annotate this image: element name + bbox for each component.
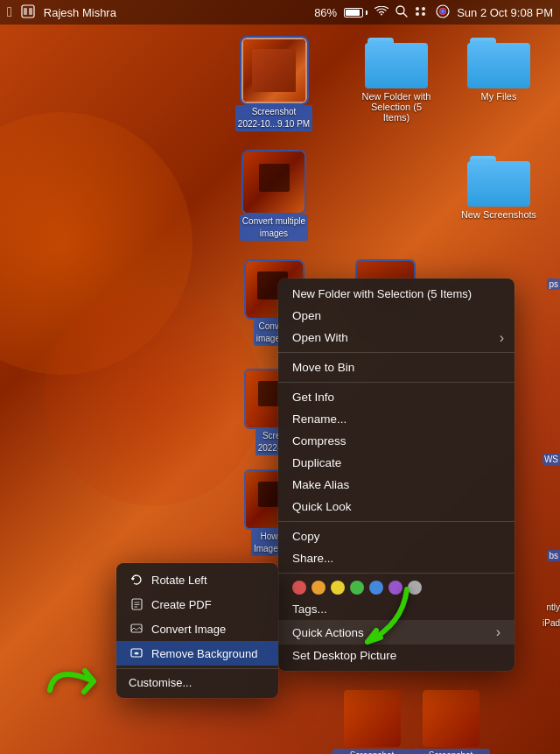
new-screenshots-icon[interactable]: New Screenshots <box>459 156 538 220</box>
create-pdf-icon <box>129 596 144 612</box>
partially-visible-ipad: iPad <box>542 618 560 628</box>
my-files-label: My Files <box>481 91 517 102</box>
green-arrow-left <box>46 638 124 711</box>
username-label: Rajesh Mishra <box>44 6 116 19</box>
search-icon[interactable] <box>396 5 408 20</box>
screenshot-main-label: Screenshot2022-10...9.10 PM <box>235 105 312 131</box>
create-pdf-label: Create PDF <box>151 598 212 611</box>
convert-multiple-label: Convert multipleimages <box>240 215 308 241</box>
menubar:  Rajesh Mishra 86% Sun 2 Oct 9:08 PM <box>0 0 560 25</box>
tag-red[interactable] <box>292 581 306 595</box>
screenshot-bottom2-label: Screenshot2022-10...2.12 PM <box>411 749 490 754</box>
cm-quick-look[interactable]: Quick Look <box>278 496 514 518</box>
svg-rect-2 <box>29 8 32 15</box>
svg-point-6 <box>422 7 425 11</box>
cm-sep3 <box>278 521 514 522</box>
sm-remove-background[interactable]: Remove Background <box>116 641 278 666</box>
cm-compress[interactable]: Compress <box>278 430 514 452</box>
cm-open-with[interactable]: Open With <box>278 327 514 349</box>
svg-rect-1 <box>24 8 27 15</box>
quick-actions-submenu: Rotate Left Create PDF Convert Image Rem… <box>116 563 278 698</box>
sm-sep <box>116 668 278 669</box>
screenshot-bottom1-icon[interactable]: Screenshot2022-10...8.12 PM <box>332 690 411 754</box>
cm-rename[interactable]: Rename... <box>278 408 514 430</box>
remove-background-icon <box>129 645 144 661</box>
sm-customise[interactable]: Customise... <box>116 672 278 694</box>
convert-multiple-icon[interactable]: Convert multipleimages <box>234 152 313 241</box>
featured-images-label: New Folder with Selection (5 Items) <box>357 91 436 123</box>
rotate-left-icon <box>129 572 144 588</box>
svg-point-7 <box>416 12 419 16</box>
rotate-left-label: Rotate Left <box>151 574 207 587</box>
battery-indicator <box>344 8 368 18</box>
cm-open[interactable]: Open <box>278 305 514 327</box>
desktop: Screenshot2022-10...9.10 PM New Folder w… <box>0 25 560 754</box>
cm-sep4 <box>278 573 514 574</box>
right-partial-ps: ps <box>547 278 560 290</box>
control-center-icon[interactable] <box>415 5 429 19</box>
green-arrow-right <box>332 576 420 667</box>
featured-images-icon[interactable]: New Folder with Selection (5 Items) <box>357 38 436 123</box>
svg-point-10 <box>439 8 446 15</box>
convert-image-icon <box>129 621 144 637</box>
cm-duplicate[interactable]: Duplicate <box>278 452 514 474</box>
screenshot-bottom2-icon[interactable]: Screenshot2022-10...2.12 PM <box>411 690 490 754</box>
menubar-right: 86% Sun 2 Oct 9:08 PM <box>314 4 553 21</box>
my-files-icon[interactable]: My Files <box>459 38 538 102</box>
datetime-label: Sun 2 Oct 9:08 PM <box>457 6 553 19</box>
cm-sep2 <box>278 382 514 383</box>
cm-copy[interactable]: Copy <box>278 525 514 547</box>
customise-label: Customise... <box>129 676 192 689</box>
sm-convert-image[interactable]: Convert Image <box>116 617 278 641</box>
svg-line-4 <box>403 13 407 17</box>
screenshot-main-icon[interactable]: Screenshot2022-10...9.10 PM <box>234 38 313 131</box>
tag-orange[interactable] <box>312 581 326 595</box>
cm-sep1 <box>278 352 514 353</box>
battery-percent: 86% <box>314 6 337 19</box>
remove-background-label: Remove Background <box>151 647 257 660</box>
cm-get-info[interactable]: Get Info <box>278 386 514 408</box>
svg-point-8 <box>422 12 425 16</box>
wifi-icon[interactable] <box>374 5 388 19</box>
sm-create-pdf[interactable]: Create PDF <box>116 592 278 617</box>
menubar-left:  Rajesh Mishra <box>7 4 116 21</box>
new-screenshots-label: New Screenshots <box>461 209 536 220</box>
cm-new-folder[interactable]: New Folder with Selection (5 Items) <box>278 283 514 305</box>
cm-move-to-bin[interactable]: Move to Bin <box>278 356 514 378</box>
cm-make-alias[interactable]: Make Alias <box>278 474 514 496</box>
cm-share[interactable]: Share... <box>278 547 514 569</box>
svg-point-5 <box>416 7 419 11</box>
right-partial-ws: WS <box>542 454 560 465</box>
quick-actions-arrow: › <box>496 624 500 640</box>
right-partial-bs: bs <box>547 550 560 561</box>
screenshot-bottom1-label: Screenshot2022-10...8.12 PM <box>332 749 411 754</box>
sm-rotate-left[interactable]: Rotate Left <box>116 567 278 592</box>
finder-icon[interactable] <box>21 4 35 21</box>
apple-icon[interactable]:  <box>7 4 12 20</box>
partially-visible-ntly: ntly <box>546 602 560 612</box>
convert-image-label: Convert Image <box>151 623 226 636</box>
siri-icon[interactable] <box>436 4 450 21</box>
